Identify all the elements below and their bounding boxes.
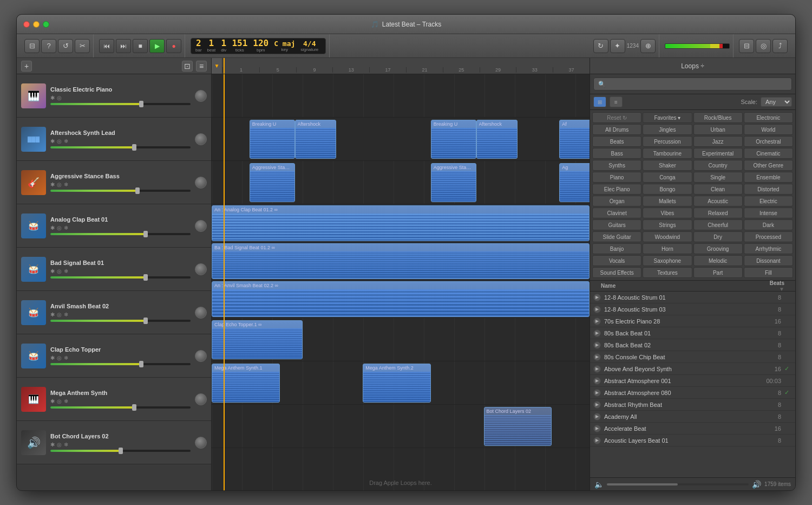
filter-arrhythmic-button[interactable]: Arrhythmic xyxy=(744,243,793,254)
freeze-button[interactable]: ❄ xyxy=(64,442,68,448)
filter-piano-button[interactable]: Piano xyxy=(592,172,641,183)
solo-button[interactable]: ◎ xyxy=(57,95,62,101)
audio-clip[interactable]: Ag xyxy=(559,163,590,202)
filter-strings-button[interactable]: Strings xyxy=(643,219,692,230)
filter-rock-blues-button[interactable]: Rock/Blues xyxy=(693,112,743,123)
audio-clip[interactable]: Af xyxy=(559,120,590,159)
filter-mallets-button[interactable]: Mallets xyxy=(643,196,692,206)
filter-vocals-button[interactable]: Vocals xyxy=(592,255,641,266)
audio-clip[interactable]: Aggressive Stance Ba xyxy=(431,163,476,202)
filter-melodic-button[interactable]: Melodic xyxy=(693,255,743,266)
audio-clip[interactable]: An : Analog Clap Beat 01.2 ∞ xyxy=(212,205,590,241)
fader-track[interactable] xyxy=(50,320,191,322)
scale-select[interactable]: Any Major Minor xyxy=(761,97,792,107)
filter-jazz-button[interactable]: Jazz xyxy=(693,136,743,147)
filter-shaker-button[interactable]: Shaker xyxy=(643,160,692,171)
loop-item[interactable]: ▶ 80s Console Chip Beat 8 xyxy=(590,351,795,363)
solo-button[interactable]: ◎ xyxy=(57,398,62,404)
search-box[interactable]: 🔍 xyxy=(593,77,792,90)
filter-saxophone-button[interactable]: Saxophone xyxy=(643,255,692,266)
track-settings-button[interactable]: ⊡ xyxy=(182,61,193,72)
loop-play-button[interactable]: ▶ xyxy=(593,413,601,420)
add-track-button[interactable]: + xyxy=(21,61,32,72)
audio-clip[interactable]: Mega Anthem Synth.2 xyxy=(363,364,431,403)
filter-dry-button[interactable]: Dry xyxy=(693,231,743,242)
fader-track[interactable] xyxy=(50,450,191,452)
loop-play-button[interactable]: ▶ xyxy=(593,306,601,313)
loop-item[interactable]: ▶ Accelerate Beat 16 xyxy=(590,423,795,435)
headphone-button[interactable]: ◎ xyxy=(756,39,771,53)
track-item[interactable]: ▓▓▓ Aftershock Synth Lead ✱ ◎ ❄ xyxy=(17,118,211,161)
pan-knob[interactable] xyxy=(195,90,207,102)
freeze-button[interactable]: ❄ xyxy=(64,398,68,404)
mute-button[interactable]: ✱ xyxy=(50,138,55,144)
filter-electronic-button[interactable]: Electronic xyxy=(744,112,793,123)
filter-beats-button[interactable]: Beats xyxy=(592,136,641,147)
filter-part-button[interactable]: Part xyxy=(693,267,743,278)
grid-view-button[interactable]: ⊞ xyxy=(593,96,606,107)
filter-favorites-button[interactable]: Favorites ▾ xyxy=(643,112,692,123)
filter-banjo-button[interactable]: Banjo xyxy=(592,243,641,254)
filter-distorted-button[interactable]: Distorted xyxy=(744,184,793,195)
track-item[interactable]: 🥁 Anvil Smash Beat 02 ✱ ◎ ❄ xyxy=(17,291,211,334)
filter-horn-button[interactable]: Horn xyxy=(643,243,692,254)
filter-country-button[interactable]: Country xyxy=(693,160,743,171)
solo-button[interactable]: ◎ xyxy=(57,355,62,361)
loop-item[interactable]: ▶ 80s Back Beat 01 8 xyxy=(590,327,795,339)
filter-world-button[interactable]: World xyxy=(744,124,793,135)
filter-textures-button[interactable]: Textures xyxy=(643,267,692,278)
record-button[interactable]: ● xyxy=(166,39,181,53)
mute-button[interactable]: ✱ xyxy=(50,442,55,448)
loop-item[interactable]: ▶ Academy All 8 xyxy=(590,411,795,423)
loop-play-button[interactable]: ▶ xyxy=(593,353,601,361)
audio-clip[interactable]: Bot Chord Layers 02 xyxy=(484,407,552,446)
loop-item[interactable]: ▶ Acoustic Layers Beat 01 8 xyxy=(590,435,795,446)
solo-button[interactable]: ◎ xyxy=(57,268,62,274)
fader-knob[interactable] xyxy=(119,448,123,454)
loop-play-button[interactable]: ▶ xyxy=(593,377,601,385)
track-filter-button[interactable]: ≡ xyxy=(196,61,207,72)
fader-knob[interactable] xyxy=(143,231,148,237)
fader-track[interactable] xyxy=(50,103,191,105)
audio-clip[interactable]: Aftershock xyxy=(295,120,337,159)
scissors-button[interactable]: ✂ xyxy=(75,39,90,53)
loop-play-button[interactable]: ▶ xyxy=(593,365,601,373)
track-item[interactable]: 🔊 Bot Chord Layers 02 ✱ ◎ ❄ xyxy=(17,421,211,464)
loop-play-button[interactable]: ▶ xyxy=(593,437,601,444)
filter-tambourine-button[interactable]: Tambourine xyxy=(643,148,692,159)
filter-cinematic-button[interactable]: Cinematic xyxy=(744,148,793,159)
filter-ensemble-button[interactable]: Ensemble xyxy=(744,172,793,183)
filter-woodwind-button[interactable]: Woodwind xyxy=(643,231,692,242)
filter-acoustic-button[interactable]: Acoustic xyxy=(693,196,743,206)
mute-button[interactable]: ✱ xyxy=(50,312,55,318)
track-item[interactable]: 🥁 Bad Signal Beat 01 ✱ ◎ ❄ xyxy=(17,248,211,291)
freeze-button[interactable]: ❄ xyxy=(64,355,68,361)
mute-button[interactable]: ✱ xyxy=(50,225,55,231)
mute-button[interactable]: ✱ xyxy=(50,182,55,187)
filter-conga-button[interactable]: Conga xyxy=(643,172,692,183)
loop-item[interactable]: ▶ 70s Electric Piano 28 16 xyxy=(590,315,795,327)
filter-guitars-button[interactable]: Guitars xyxy=(592,219,641,230)
fader-knob[interactable] xyxy=(139,361,143,367)
audio-clip[interactable]: Breaking U xyxy=(250,120,295,159)
track-item[interactable]: 🎸 Aggressive Stance Bass ✱ ◎ ❄ xyxy=(17,161,211,204)
fast-forward-button[interactable]: ⏭ xyxy=(116,39,131,53)
filter-alldrums-button[interactable]: All Drums xyxy=(592,124,641,135)
track-item[interactable]: 🥁 Analog Clap Beat 01 ✱ ◎ ❄ xyxy=(17,204,211,248)
audio-clip[interactable]: Aftershock xyxy=(476,120,518,159)
pan-knob[interactable] xyxy=(195,220,207,232)
loop-play-button[interactable]: ▶ xyxy=(593,425,601,432)
filter-processed-button[interactable]: Processed xyxy=(744,231,793,242)
library-button[interactable]: ⊟ xyxy=(24,39,40,53)
loop-item[interactable]: ▶ 12-8 Acoustic Strum 01 8 xyxy=(590,292,795,303)
master-button[interactable]: ⊕ xyxy=(640,39,656,53)
close-button[interactable] xyxy=(23,21,30,28)
filter-experimental-button[interactable]: Experimental xyxy=(693,148,743,159)
filter-reset-button[interactable]: Reset ↻ xyxy=(592,112,641,123)
filter-orchestral-button[interactable]: Orchestral xyxy=(744,136,793,147)
loop-play-button[interactable]: ▶ xyxy=(593,329,601,337)
audio-clip[interactable]: Aggressive Stance Ba xyxy=(250,163,295,202)
loop-play-button[interactable]: ▶ xyxy=(593,341,601,349)
filter-clavinet-button[interactable]: Clavinet xyxy=(592,208,641,218)
filter-othergenre-button[interactable]: Other Genre xyxy=(744,160,793,171)
